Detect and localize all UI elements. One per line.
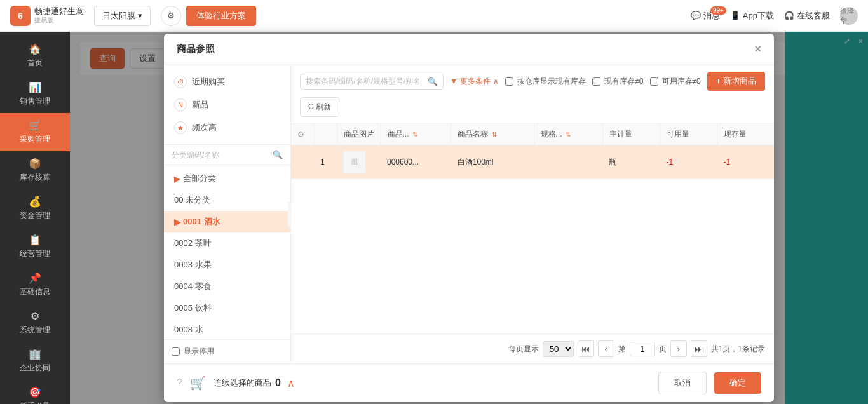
th-settings: ⚙ bbox=[291, 124, 314, 145]
cat-item-6[interactable]: 0008 水 bbox=[164, 319, 290, 339]
td-spec bbox=[534, 145, 602, 179]
th-spec[interactable]: 规格... ⇅ bbox=[534, 124, 602, 145]
app-download-nav[interactable]: 📱 App下载 bbox=[730, 10, 774, 22]
modal-overlay: 商品参照 × ⏱ 近期购买 N bbox=[70, 32, 868, 404]
page-size-select[interactable]: 50 bbox=[543, 341, 574, 357]
td-settings bbox=[291, 145, 314, 179]
cat-item-4[interactable]: 0004 零食 bbox=[164, 276, 290, 297]
td-num: 1 bbox=[314, 145, 337, 179]
pagination: 每页显示 50 ⏮ ‹ 第 页 › ⏭ 共1页，1条记录 bbox=[291, 333, 774, 363]
tab-new[interactable]: N 新品 bbox=[164, 93, 290, 116]
table-header: ⚙ 商品图片 商品... ⇅ bbox=[291, 124, 774, 145]
sidebar-item-guide[interactable]: 🎯 新手引导 bbox=[0, 380, 70, 404]
sort-code-icon: ⇅ bbox=[412, 131, 417, 138]
modal-close-btn[interactable]: × bbox=[754, 43, 761, 56]
checkbox-available-input[interactable] bbox=[650, 77, 658, 86]
sidebar-item-home[interactable]: 🏠 首页 bbox=[0, 37, 70, 75]
enterprise-icon: 🏢 bbox=[29, 348, 41, 360]
sidebar-item-system[interactable]: ⚙ 系统管理 bbox=[0, 304, 70, 342]
logo-icon: 6 bbox=[10, 6, 31, 26]
org-dropdown[interactable]: 日太阳膜 ▾ bbox=[94, 6, 151, 26]
cat-item-2[interactable]: 0002 茶叶 bbox=[164, 232, 290, 254]
tab-frequent[interactable]: ★ 频次高 bbox=[164, 116, 290, 139]
table-settings-icon[interactable]: ⚙ bbox=[297, 130, 304, 139]
cancel-btn[interactable]: 取消 bbox=[658, 372, 707, 394]
table-row[interactable]: 1 图 000600... bbox=[291, 145, 774, 179]
product-table: ⚙ 商品图片 商品... ⇅ bbox=[291, 124, 774, 333]
online-service-nav[interactable]: 🎧 在线客服 bbox=[784, 10, 830, 22]
th-name[interactable]: 商品名称 ⇅ bbox=[451, 124, 534, 145]
modal-body: ⏱ 近期购买 N 新品 ★ 频次高 bbox=[164, 65, 774, 363]
collapse-footer-btn[interactable]: ∧ bbox=[287, 377, 295, 389]
product-search-input[interactable] bbox=[306, 77, 424, 86]
sales-icon: 📊 bbox=[29, 81, 41, 93]
th-stock[interactable]: 现存量 bbox=[717, 124, 774, 145]
checkbox-warehouse-input[interactable] bbox=[505, 77, 513, 86]
inventory-icon: 📦 bbox=[29, 158, 41, 170]
cat-item-5[interactable]: 0005 饮料 bbox=[164, 297, 290, 319]
avatar[interactable]: 徐泽华 bbox=[840, 7, 858, 25]
display-disabled-checkbox[interactable] bbox=[172, 347, 180, 356]
logo-text: 畅捷通好生意 bbox=[34, 6, 84, 17]
sidebar: 🏠 首页 📊 销售管理 🛒 采购管理 📦 库存核算 💰 资金管理 📋 经营管理 … bbox=[0, 32, 70, 404]
cat-item-3[interactable]: 0003 水果 bbox=[164, 254, 290, 276]
page-prev-btn[interactable]: ‹ bbox=[598, 340, 614, 357]
th-code[interactable]: 商品... ⇅ bbox=[381, 124, 451, 145]
logo-sub: 捷易版 bbox=[34, 16, 84, 25]
experience-btn[interactable]: 体验行业方案 bbox=[186, 6, 256, 26]
content-area: 查询 设置 刷新 × ⤢ 商品参照 × bbox=[70, 32, 868, 404]
modal-footer: ? 🛒 连续选择的商品 0 ∧ 取消 确定 bbox=[164, 363, 774, 402]
category-search: 🔍 bbox=[164, 145, 290, 165]
category-search-input[interactable] bbox=[172, 151, 269, 159]
collapse-panel-btn[interactable]: 《 bbox=[288, 202, 291, 227]
th-image: 商品图片 bbox=[337, 124, 381, 145]
display-disabled-area: 显示停用 bbox=[164, 339, 290, 363]
help-icon[interactable]: ? bbox=[177, 377, 182, 389]
cat-item-0[interactable]: 00 未分类 bbox=[164, 189, 290, 211]
main-layout: 🏠 首页 📊 销售管理 🛒 采购管理 📦 库存核算 💰 资金管理 📋 经营管理 … bbox=[0, 32, 868, 404]
category-tabs: ⏱ 近期购买 N 新品 ★ 频次高 bbox=[164, 65, 290, 145]
chevron-down-icon: ▾ bbox=[138, 11, 142, 20]
logo-area: 6 畅捷通好生意 捷易版 bbox=[10, 6, 84, 26]
basic-icon: 📌 bbox=[29, 272, 41, 284]
page-input[interactable] bbox=[630, 342, 655, 356]
th-unit[interactable]: 主计量 bbox=[602, 124, 660, 145]
category-search-icon[interactable]: 🔍 bbox=[273, 150, 283, 159]
td-stock: -1 bbox=[717, 145, 774, 179]
product-search-icon[interactable]: 🔍 bbox=[428, 77, 438, 86]
cart-icon[interactable]: 🛒 bbox=[190, 375, 206, 391]
filter-icon: ▼ bbox=[450, 77, 458, 86]
sidebar-item-purchase[interactable]: 🛒 采购管理 bbox=[0, 113, 70, 151]
sort-name-icon: ⇅ bbox=[492, 131, 497, 138]
cat-item-all[interactable]: ▶ 全部分类 bbox=[164, 168, 290, 189]
system-icon: ⚙ bbox=[31, 310, 39, 322]
filter-more-btn[interactable]: ▼ 更多条件 ∧ bbox=[450, 76, 499, 87]
refresh-product-btn[interactable]: C 刷新 bbox=[300, 97, 339, 117]
top-nav: 6 畅捷通好生意 捷易版 日太阳膜 ▾ ⚙ 体验行业方案 💬 消息 99+ 📱 … bbox=[0, 0, 868, 32]
checkbox-warehouse: 按仓库显示现有库存 bbox=[505, 76, 586, 87]
sidebar-item-enterprise[interactable]: 🏢 企业协同 bbox=[0, 342, 70, 380]
purchase-icon: 🛒 bbox=[29, 119, 41, 131]
sidebar-item-inventory[interactable]: 📦 库存核算 bbox=[0, 151, 70, 189]
message-nav[interactable]: 💬 消息 99+ bbox=[691, 10, 720, 22]
sidebar-item-finance[interactable]: 💰 资金管理 bbox=[0, 189, 70, 227]
category-panel: ⏱ 近期购买 N 新品 ★ 频次高 bbox=[164, 65, 291, 363]
confirm-btn[interactable]: 确定 bbox=[714, 372, 761, 394]
td-unit: 瓶 bbox=[602, 145, 660, 179]
product-data-table: ⚙ 商品图片 商品... ⇅ bbox=[291, 124, 774, 179]
sidebar-item-operation[interactable]: 📋 经营管理 bbox=[0, 227, 70, 266]
sidebar-item-basic[interactable]: 📌 基础信息 bbox=[0, 266, 70, 304]
page-first-btn[interactable]: ⏮ bbox=[578, 340, 594, 357]
page-last-btn[interactable]: ⏭ bbox=[691, 340, 707, 357]
sidebar-item-sales[interactable]: 📊 销售管理 bbox=[0, 75, 70, 113]
td-name: 白酒100ml bbox=[451, 145, 534, 179]
page-next-btn[interactable]: › bbox=[670, 340, 687, 357]
settings-btn[interactable]: ⚙ bbox=[161, 6, 181, 26]
message-icon: 💬 bbox=[691, 11, 701, 20]
th-available[interactable]: 可用量 bbox=[660, 124, 717, 145]
checkbox-stock-input[interactable] bbox=[592, 77, 600, 86]
tab-recent[interactable]: ⏱ 近期购买 bbox=[164, 71, 290, 93]
add-product-btn[interactable]: + 新增商品 bbox=[707, 72, 765, 91]
cat-item-1[interactable]: ▶ 0001 酒水 bbox=[164, 211, 290, 232]
finance-icon: 💰 bbox=[29, 196, 41, 208]
